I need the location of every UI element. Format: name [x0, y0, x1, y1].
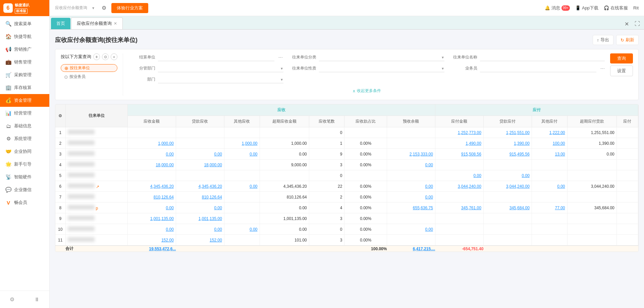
table-cell[interactable]: 915,495.56 [483, 149, 532, 160]
table-cell[interactable]: 2,153,333.00 [387, 149, 435, 160]
table-cell[interactable]: 810,126.64 [127, 192, 176, 203]
table-cell[interactable]: 810,126.64 [176, 192, 224, 203]
table-cell[interactable]: 3,044,240.00 [435, 181, 483, 192]
table-cell[interactable]: 1,490.00 [435, 138, 483, 149]
table-cell[interactable]: 18,000.00 [127, 160, 176, 170]
table-settings-icon[interactable]: ⚙ [58, 114, 62, 118]
sidebar-item-operation[interactable]: 📊 经营管理 [0, 107, 49, 120]
footer-no [55, 246, 65, 252]
sidebar-settings-btn[interactable]: ⚙ [7, 294, 17, 305]
tab-arb-close[interactable]: ✕ [114, 21, 117, 26]
table-cell[interactable]: 0.00 [387, 160, 435, 170]
table-cell[interactable]: 1,222.00 [532, 127, 567, 138]
select-partner-nature[interactable] [319, 64, 444, 72]
table-cell[interactable]: 77.00 [532, 203, 567, 213]
table-cell[interactable]: 1,000.00 [127, 138, 176, 149]
sidebar-item-wechat[interactable]: 💬 企业微信 [0, 183, 49, 196]
table-cell[interactable]: 4,345,436.20 [176, 181, 224, 192]
table-row: 418,000.0018,000.009,000.0030.00%0.00 [55, 160, 638, 170]
table-cell[interactable]: 0.00 [127, 149, 176, 160]
input-settlement[interactable] [158, 53, 274, 61]
footer-ar-prepaid[interactable]: 6,417,215.... [387, 246, 435, 252]
footer-ap-loan [483, 246, 532, 252]
sidebar-item-member[interactable]: V 畅会员 [0, 196, 49, 209]
table-cell[interactable]: 1,251,551.00 [483, 127, 532, 138]
select-dept[interactable] [158, 64, 283, 72]
table-row: 21,000.001,000.001,000.0010.00%1,490.001… [55, 138, 638, 149]
table-cell[interactable]: 915,508.56 [435, 149, 483, 160]
table-cell[interactable]: 1,001,135.00 [127, 213, 176, 224]
table-cell[interactable]: 0.00 [176, 224, 224, 235]
table-cell[interactable]: 1,390.00 [483, 138, 532, 149]
trial-btn[interactable]: 体验行业方案 [111, 3, 148, 13]
sidebar-item-quick[interactable]: 🏠 快捷导航 [0, 30, 49, 43]
footer-ar-amount[interactable]: 19,553,472,6... [127, 246, 176, 252]
table-cell[interactable]: 345,684.00 [483, 203, 532, 213]
query-btn[interactable]: 查询 [610, 53, 633, 63]
export-btn[interactable]: ↑ 导出 [593, 35, 614, 45]
breadcrumb-dropdown[interactable]: ▾ [90, 5, 97, 11]
table-cell[interactable]: 152.00 [176, 235, 224, 246]
sidebar-item-sales[interactable]: 💼 销售管理 [0, 56, 49, 69]
settlement-dots[interactable]: ··· [278, 54, 283, 60]
table-cell[interactable]: 1,000.00 [224, 138, 260, 149]
table-cell[interactable]: 0.00 [387, 192, 435, 203]
table-cell[interactable]: 1,252,773.00 [435, 127, 483, 138]
table-cell[interactable]: 0.00 [483, 170, 532, 181]
online-service-btn[interactable]: 🎧 在线客服 [604, 5, 628, 11]
table-cell[interactable]: 152.00 [127, 235, 176, 246]
sidebar-item-search[interactable]: 🔍 搜索菜单 [0, 17, 49, 30]
settings-btn[interactable]: 设置 [610, 65, 633, 76]
sidebar-item-enterprise[interactable]: 🤝 企业协同 [0, 145, 49, 158]
filter-collapse-side-btn[interactable]: « [111, 53, 117, 60]
sidebar-item-finance[interactable]: 💰 资金管理 [0, 94, 49, 107]
sidebar-item-marketing[interactable]: 📢 营销推广 [0, 43, 49, 56]
filter-plan-2[interactable]: ⊙ 按业务员 [61, 73, 117, 80]
salesman-dots[interactable]: ··· [600, 65, 605, 72]
sidebar-item-hardware[interactable]: 📡 智能硬件 [0, 171, 49, 183]
input-partner-name[interactable] [480, 53, 605, 61]
table-cell[interactable]: 0.00 [176, 203, 224, 213]
table-cell[interactable]: 0.00 [387, 181, 435, 192]
table-cell[interactable]: 0.00 [435, 170, 483, 181]
table-cell[interactable]: 0.00 [127, 224, 176, 235]
select-partner-category[interactable] [319, 53, 444, 61]
table-cell[interactable]: 345,761.00 [435, 203, 483, 213]
table-cell[interactable]: 0.00 [387, 224, 435, 235]
sidebar-item-purchase[interactable]: 🛒 采购管理 [0, 69, 49, 81]
table-cell[interactable]: 13.00 [532, 149, 567, 160]
sidebar-collapse-btn[interactable]: ⏸ [32, 294, 42, 305]
messages-btn[interactable]: 🔔 消息 99+ [545, 5, 570, 11]
table-cell[interactable]: 0.00 [224, 224, 260, 235]
sidebar-item-basic[interactable]: 🗂 基础信息 [0, 120, 49, 132]
table-cell[interactable]: 4,345,436.20 [127, 181, 176, 192]
table-cell[interactable]: 1,001,135.00 [176, 213, 224, 224]
filter-collapse-btn[interactable]: ∧ 收起更多条件 [128, 86, 605, 96]
table-cell[interactable]: 100.00 [532, 138, 567, 149]
topbar-gear-btn[interactable]: ⚙ [99, 3, 109, 13]
sidebar-item-inventory[interactable]: 🏢 库存核算 [0, 81, 49, 94]
table-cell[interactable]: 0.00 [224, 181, 260, 192]
user-profile[interactable]: Rit [633, 5, 639, 10]
table-cell[interactable]: 0.00 [127, 203, 176, 213]
app-download-btn[interactable]: 📱 App下载 [575, 5, 598, 11]
table-cell[interactable]: 0.00 [224, 149, 260, 160]
sidebar-item-guide[interactable]: 🌟 新手引导 [0, 158, 49, 171]
sidebar-item-system[interactable]: ⚙ 系统管理 [0, 132, 49, 145]
tab-home[interactable]: 首页 [51, 18, 70, 29]
table-cell[interactable]: 3,044,240.00 [483, 181, 532, 192]
filter-settings-btn[interactable]: ⊙ [102, 53, 109, 60]
tab-expand-btn[interactable]: ⛶ [633, 20, 641, 28]
table-cell[interactable]: 0.00 [176, 149, 224, 160]
table-cell[interactable]: 18,000.00 [176, 160, 224, 170]
refresh-btn[interactable]: ↻ 刷新 [616, 35, 639, 45]
filter-plan-1[interactable]: ⊕ 按往来单位 [61, 64, 117, 72]
filter-add-btn[interactable]: + [93, 53, 100, 60]
table-cell[interactable]: 655,636.75 [387, 203, 435, 213]
tab-arb[interactable]: 应收应付余额查询 ✕ [71, 17, 123, 29]
query-btn-area: 查询 设置 [610, 53, 633, 96]
tab-close-btn[interactable]: ✕ [623, 20, 631, 28]
input-salesman[interactable] [480, 64, 596, 72]
select-department[interactable] [158, 76, 283, 83]
table-cell[interactable]: 0.00 [532, 181, 567, 192]
